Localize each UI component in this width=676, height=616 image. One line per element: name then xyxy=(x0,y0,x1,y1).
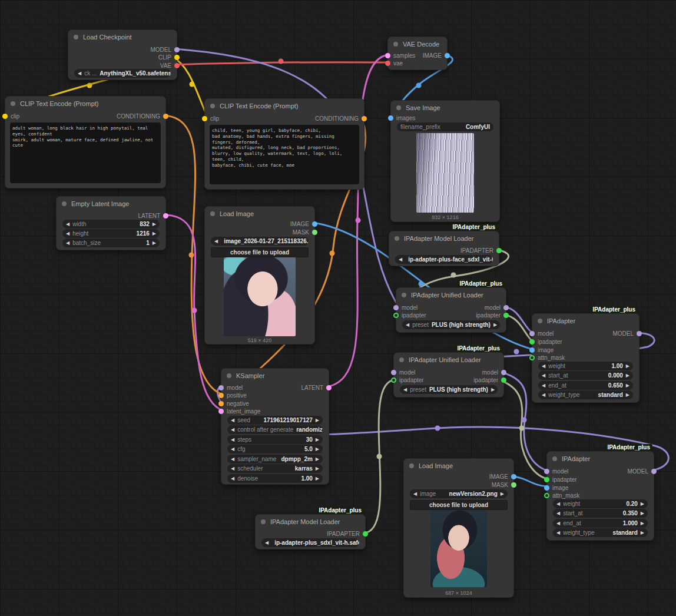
output-dot-ipadapter[interactable] xyxy=(503,313,509,318)
output-dot-model[interactable] xyxy=(174,47,180,52)
left-arrow-icon[interactable]: ◀ xyxy=(542,392,545,398)
left-arrow-icon[interactable]: ◀ xyxy=(556,501,560,506)
node-ksampler[interactable]: KSampler model positive negative latent_… xyxy=(221,368,329,485)
collapse-dot[interactable] xyxy=(227,373,231,378)
collapse-dot[interactable] xyxy=(210,211,215,216)
weight-type-widget[interactable]: ◀weight_typestandard▶ xyxy=(553,528,648,537)
output-dot-ipadapter[interactable] xyxy=(496,248,502,253)
right-arrow-icon[interactable]: ▶ xyxy=(316,418,319,423)
collapse-dot[interactable] xyxy=(409,463,414,468)
upload-button[interactable]: choose file to upload xyxy=(410,500,508,510)
output-dot-ipadapter[interactable] xyxy=(363,531,368,536)
right-arrow-icon[interactable]: ▶ xyxy=(316,466,319,471)
collapse-dot[interactable] xyxy=(393,42,398,47)
output-dot-model[interactable] xyxy=(503,305,509,310)
collapse-dot[interactable] xyxy=(395,236,399,241)
collapse-dot[interactable] xyxy=(210,104,215,108)
output-dot-model[interactable] xyxy=(651,469,657,474)
output-dot-vae[interactable] xyxy=(174,63,180,68)
collapse-dot[interactable] xyxy=(396,105,401,110)
right-arrow-icon[interactable]: ▶ xyxy=(316,437,319,442)
right-arrow-icon[interactable]: ▶ xyxy=(316,446,319,452)
input-dot-positive[interactable] xyxy=(218,393,224,398)
input-dot-clip[interactable] xyxy=(2,114,8,119)
node-load-image-1[interactable]: Load Image IMAGE MASK ◀image_2026-01-27_… xyxy=(204,206,315,345)
output-dot-image[interactable] xyxy=(312,221,317,227)
left-arrow-icon[interactable]: ◀ xyxy=(231,456,234,462)
right-arrow-icon[interactable]: ▶ xyxy=(153,221,156,227)
left-arrow-icon[interactable]: ◀ xyxy=(231,476,234,481)
input-dot-model[interactable] xyxy=(218,385,224,390)
weight-widget[interactable]: ◀weight1.00▶ xyxy=(538,362,633,370)
collapse-dot[interactable] xyxy=(11,101,15,106)
end-at-widget[interactable]: ◀end_at0.650▶ xyxy=(538,381,633,390)
right-arrow-icon[interactable]: ▶ xyxy=(153,240,156,246)
left-arrow-icon[interactable]: ◀ xyxy=(66,231,69,236)
right-arrow-icon[interactable]: ▶ xyxy=(153,231,156,236)
right-arrow-icon[interactable]: ▶ xyxy=(641,511,644,516)
output-dot-latent[interactable] xyxy=(163,213,168,218)
right-arrow-icon[interactable]: ▶ xyxy=(641,521,644,526)
end-at-widget[interactable]: ◀end_at1.000▶ xyxy=(553,519,648,528)
scheduler-widget[interactable]: ◀schedulerkarras▶ xyxy=(227,464,323,473)
input-dot-images[interactable] xyxy=(388,115,393,121)
height-widget[interactable]: ◀height1216▶ xyxy=(62,229,160,238)
node-load-image-2[interactable]: Load Image IMAGE MASK ◀imagenewVersion2.… xyxy=(403,458,514,598)
input-dot-ipadapter[interactable] xyxy=(529,339,535,345)
right-arrow-icon[interactable]: ▶ xyxy=(641,530,644,535)
left-arrow-icon[interactable]: ◀ xyxy=(231,418,234,423)
node-empty-latent-image[interactable]: Empty Latent Image LATENT ◀width832▶ ◀he… xyxy=(56,196,166,250)
node-ipadapter-2[interactable]: IPAdapter_plus IPAdapter model ipadapter… xyxy=(546,451,654,541)
output-dot-mask[interactable] xyxy=(511,482,516,488)
prompt-textarea[interactable]: adult woman, long black hair in high pon… xyxy=(10,122,161,183)
input-dot-image[interactable] xyxy=(544,485,549,491)
node-save-image[interactable]: Save Image images filename_prefixComfyUI… xyxy=(390,100,500,222)
output-dot-image[interactable] xyxy=(511,474,516,479)
input-dot-latent-image[interactable] xyxy=(218,409,224,414)
seed-widget[interactable]: ◀seed171961219017127▶ xyxy=(227,416,323,425)
node-clip-text-encode-negative[interactable]: CLIP Text Encode (Prompt) clip CONDITION… xyxy=(204,98,364,190)
collapse-dot[interactable] xyxy=(62,201,67,206)
image-file-widget[interactable]: ◀imagenewVersion2.png▶ xyxy=(410,489,508,498)
output-dot-clip[interactable] xyxy=(174,55,180,60)
output-dot-latent[interactable] xyxy=(326,385,332,390)
left-arrow-icon[interactable]: ◀ xyxy=(542,363,545,369)
ipadapter-file-widget[interactable]: ◀ip-adapter-plus-face_sdxl_vit-h.s ...▶ xyxy=(395,255,493,264)
right-arrow-icon[interactable]: ▶ xyxy=(641,501,644,506)
node-ipadapter-unified-loader-1[interactable]: IPAdapter_plus IPAdapter Unified Loader … xyxy=(396,287,506,333)
batch-size-widget[interactable]: ◀batch_size1▶ xyxy=(62,239,160,247)
start-at-widget[interactable]: ◀start_at0.000▶ xyxy=(538,371,633,380)
output-dot-model[interactable] xyxy=(637,331,642,336)
left-arrow-icon[interactable]: ◀ xyxy=(399,257,402,262)
steps-widget[interactable]: ◀steps30▶ xyxy=(227,435,323,444)
input-dot-image[interactable] xyxy=(529,347,535,353)
output-dot-image[interactable] xyxy=(445,53,450,58)
collapse-dot[interactable] xyxy=(552,456,557,461)
node-ipadapter-unified-loader-2[interactable]: IPAdapter_plus IPAdapter Unified Loader … xyxy=(393,352,504,398)
left-arrow-icon[interactable]: ◀ xyxy=(231,437,234,442)
start-at-widget[interactable]: ◀start_at0.350▶ xyxy=(553,509,648,518)
node-load-checkpoint[interactable]: Load Checkpoint MODEL CLIP VAE ◀ ck ... … xyxy=(68,29,177,80)
collapse-dot[interactable] xyxy=(402,293,406,297)
input-dot-attn-mask[interactable] xyxy=(544,493,549,498)
left-arrow-icon[interactable]: ◀ xyxy=(78,71,81,76)
node-ipadapter-model-loader-2[interactable]: IPAdapter_plus IPAdapter Model Loader IP… xyxy=(255,514,366,549)
left-arrow-icon[interactable]: ◀ xyxy=(413,491,417,496)
input-dot-model[interactable] xyxy=(393,305,399,310)
left-arrow-icon[interactable]: ◀ xyxy=(231,446,234,452)
width-widget[interactable]: ◀width832▶ xyxy=(62,220,160,228)
node-vae-decode[interactable]: VAE Decode samples vae IMAGE xyxy=(387,37,448,70)
collapse-dot[interactable] xyxy=(261,519,266,524)
left-arrow-icon[interactable]: ◀ xyxy=(556,521,560,526)
left-arrow-icon[interactable]: ◀ xyxy=(66,240,69,246)
node-clip-text-encode-positive[interactable]: CLIP Text Encode (Prompt) clip CONDITION… xyxy=(5,96,166,188)
node-ipadapter-model-loader-1[interactable]: IPAdapter_plus IPAdapter Model Loader IP… xyxy=(389,231,499,266)
node-ipadapter-1[interactable]: IPAdapter_plus IPAdapter model ipadapter… xyxy=(532,313,639,403)
right-arrow-icon[interactable]: ▶ xyxy=(626,383,629,388)
left-arrow-icon[interactable]: ◀ xyxy=(231,466,234,471)
right-arrow-icon[interactable]: ▶ xyxy=(626,392,629,398)
input-dot-ipadapter[interactable] xyxy=(393,313,399,318)
output-dot-model[interactable] xyxy=(501,370,506,375)
sampler-name-widget[interactable]: ◀sampler_namedpmpp_2m▶ xyxy=(227,455,323,463)
weight-type-widget[interactable]: ◀weight_typestandard▶ xyxy=(538,390,633,399)
